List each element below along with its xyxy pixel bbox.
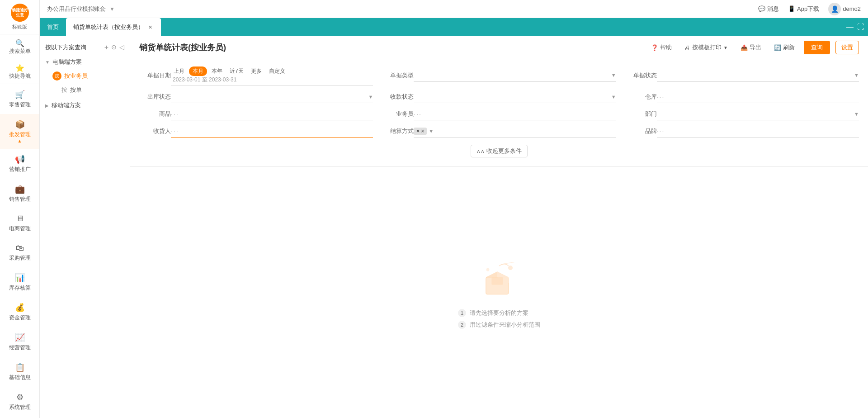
date-range-display: 2023-03-01 至 2023-03-31 <box>171 76 373 84</box>
date-btn-custom[interactable]: 自定义 <box>266 66 288 76</box>
filter-goods-cell: 商品 ··· <box>139 108 373 120</box>
empty-tip-2: 2 用过滤条件来缩小分析范围 <box>458 321 540 329</box>
breadcrumb-arrow-icon[interactable]: ▼ <box>109 6 115 12</box>
salesperson-label: 业务员 <box>382 110 414 118</box>
export-button[interactable]: 📤 导出 <box>737 42 765 53</box>
tree-item-by-order[interactable]: 按 按单 <box>40 83 130 97</box>
tree-mobile-scheme[interactable]: ▶ 移动端方案 <box>40 99 130 112</box>
empty-state: 1 请先选择要分析的方案 2 用过滤条件来缩小分析范围 <box>130 167 868 418</box>
left-panel-title: 按以下方案查询 <box>45 43 86 52</box>
tip1-text: 请先选择要分析的方案 <box>470 309 528 317</box>
breadcrumb-text: 办公用品行业模拟账套 <box>47 5 106 13</box>
sidebar-item-basic[interactable]: 📋 基础信息 <box>0 357 39 387</box>
collapse-label: 收起更多条件 <box>486 147 522 155</box>
tree-pc-label: 电脑端方案 <box>52 58 82 66</box>
collapse-panel-icon[interactable]: ◁ <box>119 43 124 52</box>
salesperson-input[interactable]: ··· <box>414 108 616 120</box>
left-panel: 按以下方案查询 + ⊙ ◁ ▼ 电脑端方案 按 按业务员 <box>40 36 130 418</box>
sidebar-search[interactable]: 🔍 搜索菜单 <box>0 34 39 60</box>
download-icon: 📱 <box>788 5 795 12</box>
export-label: 导出 <box>750 43 761 52</box>
tab-home[interactable]: 首页 <box>40 18 66 36</box>
dept-arrow-icon: ▼ <box>854 111 859 117</box>
payment-arrow-icon: ▼ <box>611 94 616 100</box>
svg-point-5 <box>486 268 490 271</box>
date-btn-this-year[interactable]: 本年 <box>209 66 225 76</box>
system-icon: ⚙ <box>16 392 24 402</box>
brand-input[interactable]: ··· <box>657 125 859 138</box>
paymethod-input[interactable]: × × ▼ <box>414 125 616 138</box>
tab-minimize-icon[interactable]: — <box>846 23 854 31</box>
tree-pc-scheme[interactable]: ▼ 电脑端方案 <box>40 55 130 69</box>
collapse-button[interactable]: ∧∧ 收起更多条件 <box>471 145 528 157</box>
date-btn-more[interactable]: 更多 <box>248 66 264 76</box>
filter-row-3: 商品 ··· 业务员 ··· 部门 <box>139 108 859 120</box>
svg-point-4 <box>508 266 513 270</box>
refresh-icon: 🔄 <box>774 44 781 51</box>
help-icon: ❓ <box>651 44 658 51</box>
receiver-input[interactable]: ··· <box>171 125 373 138</box>
tab-sales-stat[interactable]: 销货单统计表（按业务员） ✕ <box>66 18 161 36</box>
sidebar-item-system[interactable]: ⚙ 系统管理 <box>0 387 39 417</box>
query-button[interactable]: 查询 <box>804 41 830 54</box>
doctype-label: 单据类型 <box>382 71 414 80</box>
settings-button[interactable]: 设置 <box>835 41 859 54</box>
sidebar-item-operations[interactable]: 📈 经营管理 <box>0 327 39 357</box>
paymethod-clear-icon[interactable]: × <box>421 128 424 134</box>
warehouse-label: 仓库 <box>625 93 657 101</box>
user-profile[interactable]: 👤 demo2 <box>828 3 861 15</box>
svg-rect-3 <box>491 277 503 285</box>
docstatus-arrow-icon: ▼ <box>854 72 859 78</box>
filter-paymethod-cell: 结算方式 × × ▼ <box>382 125 616 138</box>
sidebar-item-sales[interactable]: 💼 销售管理 <box>0 179 39 209</box>
sidebar-item-purchase[interactable]: 🛍 采购管理 <box>0 238 39 267</box>
help-button[interactable]: ❓ 帮助 <box>647 42 675 53</box>
goods-label: 商品 <box>139 110 171 118</box>
sidebar-item-inventory[interactable]: 📊 库存核算 <box>0 267 39 297</box>
filter-brand-cell: 品牌 ··· <box>625 125 859 138</box>
retail-icon: 🛒 <box>15 90 25 100</box>
date-btn-last-month[interactable]: 上月 <box>171 66 187 76</box>
goods-input[interactable]: ··· <box>171 108 373 120</box>
sidebar-item-finance[interactable]: 💰 资金管理 <box>0 297 39 327</box>
refresh-scheme-icon[interactable]: ⊙ <box>111 43 117 52</box>
tree-item-by-salesperson[interactable]: 按 按业务员 <box>40 69 130 83</box>
sidebar-item-wholesale[interactable]: 📦 批发管理 ▲ <box>0 114 39 149</box>
filter-warehouse-cell: 仓库 ··· <box>625 90 859 103</box>
filter-payment-cell: 收款状态 ▼ <box>382 90 616 103</box>
template-print-button[interactable]: 🖨 按模板打印 ▼ <box>681 42 731 53</box>
sidebar-logo[interactable]: 畅捷通好生意 标账版 <box>0 0 39 34</box>
collapse-row: ∧∧ 收起更多条件 <box>139 141 859 161</box>
tip2-num: 2 <box>458 321 466 329</box>
tab-close-icon[interactable]: ✕ <box>146 24 154 31</box>
doctype-input[interactable]: ▼ <box>414 69 616 82</box>
filter-salesperson-cell: 业务员 ··· <box>382 108 616 120</box>
filter-doctype-cell: 单据类型 ▼ <box>382 65 616 86</box>
sidebar-item-retail[interactable]: 🛒 零售管理 <box>0 84 39 114</box>
docstatus-input[interactable]: ▼ <box>657 69 859 82</box>
sidebar-item-ecommerce[interactable]: 🖥 电商管理 <box>0 209 39 238</box>
app-download-action[interactable]: 📱 App下载 <box>788 5 819 13</box>
sidebar-shortcut[interactable]: ⭐ 快捷导航 <box>0 60 39 84</box>
dept-input[interactable]: ▼ <box>657 108 859 120</box>
payment-input[interactable]: ▼ <box>414 90 616 103</box>
warehouse-input[interactable]: ··· <box>657 90 859 103</box>
username-label: demo2 <box>843 5 861 12</box>
sidebar: 畅捷通好生意 标账版 🔍 搜索菜单 ⭐ 快捷导航 🛒 零售管理 📦 批发管理 ▲… <box>0 0 40 418</box>
filter-area: 单据日期 上月 本月 本年 近7天 更多 自定义 <box>130 59 868 167</box>
filter-dept-cell: 部门 ▼ <box>625 108 859 120</box>
query-label: 查询 <box>811 43 823 52</box>
sidebar-item-marketing[interactable]: 📢 营销推广 <box>0 149 39 179</box>
date-btn-this-month[interactable]: 本月 <box>189 66 207 76</box>
receiver-label: 收货人 <box>139 127 171 135</box>
date-btn-7days[interactable]: 近7天 <box>227 66 246 76</box>
message-action[interactable]: 💬 消息 <box>758 5 779 13</box>
date-filter-buttons: 上月 本月 本年 近7天 更多 自定义 <box>171 66 373 76</box>
add-scheme-icon[interactable]: + <box>104 43 108 52</box>
stock-input[interactable]: ▼ <box>171 90 373 103</box>
refresh-button[interactable]: 🔄 刷新 <box>770 42 798 53</box>
finance-icon: 💰 <box>15 303 25 313</box>
tab-maximize-icon[interactable]: ⛶ <box>857 23 864 31</box>
breadcrumb-area: 办公用品行业模拟账套 ▼ <box>47 5 115 13</box>
filter-row-2: 出库状态 ▼ 收款状态 ▼ <box>139 90 859 103</box>
